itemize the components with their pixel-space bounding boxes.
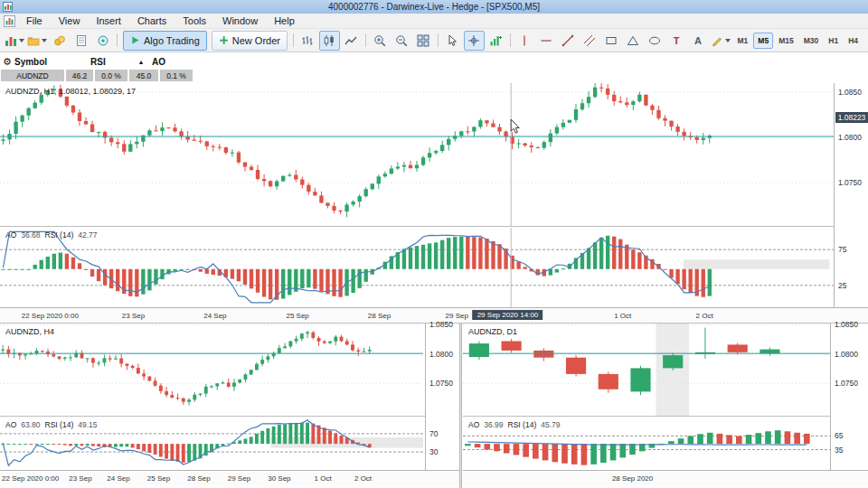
timeframe-m15[interactable]: M15 (774, 33, 798, 49)
menu-window[interactable]: Window (214, 15, 266, 26)
zoom-in-button[interactable] (370, 31, 391, 51)
candlestick-mode-button[interactable] (319, 31, 340, 51)
pane-separator[interactable] (0, 416, 460, 417)
zoom-out-button[interactable] (392, 31, 412, 51)
ao-bar (103, 269, 107, 286)
ellipse-tool[interactable] (645, 31, 665, 51)
candle-body (215, 383, 219, 386)
ao-bar (804, 434, 810, 444)
new-order-button[interactable]: New Order (212, 31, 288, 51)
timeframe-m30[interactable]: M30 (799, 33, 824, 49)
indicators-button[interactable] (486, 31, 506, 51)
ao-bar (428, 243, 431, 268)
candle-body (97, 132, 100, 133)
h4-time-axis[interactable]: 22 Sep 2020 0:0023 Sep24 Sep25 Sep28 Sep… (0, 470, 460, 485)
candle-body (250, 370, 253, 374)
ao-bar (272, 427, 276, 444)
timeframe-h1[interactable]: H1 (824, 33, 843, 49)
ao-bar (440, 240, 444, 269)
candle-body (334, 337, 337, 342)
panel-divider[interactable] (459, 324, 462, 488)
profiles-button[interactable] (26, 31, 48, 51)
line-chart-mode-button[interactable] (341, 31, 362, 51)
ao-bar (26, 269, 30, 270)
h4-chart-plot[interactable] (0, 324, 423, 416)
cursor-tool-button[interactable] (442, 31, 463, 51)
menu-view[interactable]: View (51, 15, 89, 26)
candle-body (244, 374, 248, 380)
candle-body (606, 89, 609, 95)
candle-body (1, 350, 5, 351)
candle-body (542, 142, 546, 147)
menu-help[interactable]: Help (266, 15, 303, 26)
candle-body (599, 88, 603, 89)
rectangle-tool[interactable] (601, 31, 622, 51)
sort-ascending-icon[interactable]: ▲ (130, 59, 152, 65)
candle-body (182, 399, 185, 402)
new-order-plus-icon (219, 35, 229, 45)
menu-charts[interactable]: Charts (129, 15, 175, 26)
algo-trading-button[interactable]: Algo Trading (123, 31, 207, 51)
crosshair-tool-button[interactable] (464, 31, 485, 51)
candle-body (549, 134, 552, 143)
watch-col-ao[interactable]: AO (152, 57, 179, 67)
menu-file[interactable]: File (18, 15, 51, 26)
d1-chart-plot[interactable] (463, 324, 830, 416)
candle-body (682, 132, 685, 136)
candle-body (224, 147, 228, 153)
label-tool[interactable]: A (688, 31, 709, 51)
candle-body (250, 167, 253, 170)
ao-bar (176, 444, 180, 462)
shapes-dropdown-button[interactable] (710, 31, 731, 51)
text-tool[interactable]: T (666, 31, 687, 51)
candle-body (523, 143, 526, 145)
candle-body (396, 166, 400, 168)
ao-bar (726, 435, 732, 444)
d1-price-axis[interactable]: 1.08501.08001.07506535 (830, 324, 868, 470)
timeframe-h4[interactable]: H4 (844, 33, 863, 49)
vertical-line-tool[interactable] (514, 31, 535, 51)
d1-time-axis[interactable]: 28 Sep 2020 (463, 470, 868, 485)
watch-header-row: ⚙ Symbol RSI ▲ AO (0, 54, 195, 70)
time-tick-label: 24 Sep (107, 474, 129, 483)
new-chart-button[interactable] (4, 31, 25, 51)
data-window-button[interactable] (71, 31, 91, 51)
watch-symbol-row[interactable]: AUDNZD 46.2 0.0 % 45.0 0.1 % (0, 70, 195, 81)
timeframe-m1[interactable]: M1 (733, 33, 753, 49)
rsi-value: 42.77 (78, 230, 97, 239)
h4-price-axis[interactable]: 1.08501.08001.07507030 (425, 324, 461, 470)
market-watch-button[interactable] (49, 31, 70, 51)
bar-chart-mode-button[interactable] (297, 31, 318, 51)
main-indicator-pane[interactable] (0, 228, 834, 307)
tile-windows-button[interactable] (413, 31, 434, 51)
pane-separator[interactable] (0, 226, 868, 227)
horizontal-line-tool[interactable] (536, 31, 557, 51)
pane-separator[interactable] (463, 416, 868, 417)
candle-body (313, 192, 316, 195)
watch-col-symbol[interactable]: Symbol (14, 57, 90, 67)
ao-bar (447, 238, 450, 269)
triangle-tool[interactable] (623, 31, 644, 51)
ao-bar (523, 444, 529, 457)
timeframe-m5[interactable]: M5 (753, 33, 773, 49)
ao-bar (590, 444, 597, 465)
candle-body (116, 142, 119, 144)
watch-symbol-cell[interactable]: AUDNZD (1, 70, 64, 81)
ao-bar (142, 444, 146, 451)
main-price-axis[interactable]: 1.08501.08001.07501.082237525 (834, 83, 868, 307)
ao-bar (332, 269, 335, 296)
watch-col-rsi[interactable]: RSI (90, 57, 130, 67)
time-tick-label: 24 Sep (203, 312, 226, 320)
trendline-tool[interactable] (558, 31, 579, 51)
candle-body (222, 382, 225, 383)
settings-gear-icon[interactable]: ⚙ (0, 56, 14, 68)
candle-body (345, 341, 349, 344)
algo-trading-label: Algo Trading (144, 35, 200, 46)
candle-body (147, 377, 151, 381)
channel-tool[interactable] (580, 31, 600, 51)
candle-body (154, 380, 157, 385)
menu-tools[interactable]: Tools (175, 15, 214, 26)
navigator-button[interactable] (92, 31, 113, 51)
main-chart-plot[interactable] (0, 83, 834, 226)
menu-insert[interactable]: Insert (88, 15, 129, 26)
